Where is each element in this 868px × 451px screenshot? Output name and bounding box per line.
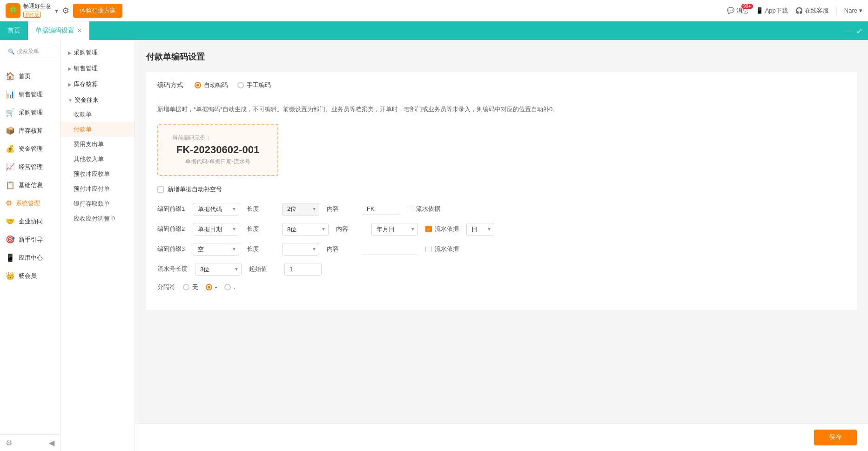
- prefix3-length-select[interactable]: [282, 243, 319, 256]
- prefix1-select[interactable]: 单据代码: [193, 203, 239, 215]
- sub-nav-item-expense[interactable]: 费用支出单: [61, 137, 135, 152]
- system-icon: ⚙: [6, 199, 12, 208]
- auto-fill-checkbox[interactable]: [157, 186, 164, 193]
- radio-manual-label: 手工编码: [247, 81, 271, 89]
- start-value-input[interactable]: [284, 263, 322, 276]
- sub-nav-item-receipt[interactable]: 收款单: [61, 107, 135, 122]
- prefix3-flow-checkbox[interactable]: [425, 246, 432, 252]
- logo-tag: 插件版: [23, 12, 41, 18]
- separator-dash-radio: [206, 284, 212, 290]
- sub-nav-group-purchase-title[interactable]: ▶ 采购管理: [61, 46, 135, 60]
- user-dropdown-icon: ▾: [859, 7, 862, 14]
- sub-nav-item-prepay-receipt-label: 预收冲应收单: [74, 170, 110, 177]
- prefix2-unit-select[interactable]: 日: [466, 223, 494, 236]
- guide-icon: 🎯: [6, 235, 15, 244]
- industry-button[interactable]: 体验行业方案: [73, 4, 122, 18]
- header-settings-btn[interactable]: ⚙: [62, 6, 69, 16]
- tab-home[interactable]: 首页: [0, 21, 28, 40]
- serial-row: 流水号长度 3位 起始值: [157, 263, 846, 276]
- radio-manual[interactable]: 手工编码: [237, 81, 271, 89]
- sub-nav-group-sales-title[interactable]: ▶ 销售管理: [61, 61, 135, 75]
- enterprise-icon: 🤝: [6, 217, 15, 226]
- tab-encoding[interactable]: 单据编码设置 ✕: [28, 21, 89, 40]
- sub-nav-item-prepay-payment[interactable]: 预付冲应付单: [61, 182, 135, 196]
- sidebar-item-member[interactable]: 👑 畅会员: [0, 267, 60, 285]
- radio-auto[interactable]: 自动编码: [195, 81, 228, 89]
- online-service-item[interactable]: 🎧 在线客服: [795, 7, 829, 15]
- sub-nav-item-payment[interactable]: 付款单: [61, 122, 135, 137]
- sub-nav-item-other-income[interactable]: 其他收入单: [61, 152, 135, 167]
- auto-fill-label: 新增单据自动补空号: [168, 185, 222, 194]
- prefix3-content-label: 内容: [327, 245, 355, 253]
- tab-close-icon[interactable]: ✕: [77, 27, 82, 34]
- sub-nav-item-receivable-adj[interactable]: 应收应付调整单: [61, 211, 135, 226]
- sidebar-item-operations[interactable]: 📈 经营管理: [0, 158, 60, 176]
- sidebar-item-inventory[interactable]: 📦 库存核算: [0, 121, 60, 140]
- prefix1-length-label: 长度: [247, 205, 275, 213]
- collapse-icon: ◀: [49, 439, 54, 447]
- sidebar-item-system[interactable]: ⚙ 系统管理: [0, 194, 60, 212]
- sidebar-item-label-system: 系统管理: [16, 199, 40, 208]
- prefix2-select[interactable]: 单据日期: [193, 223, 239, 236]
- sub-nav-item-prepay-receipt[interactable]: 预收冲应收单: [61, 167, 135, 182]
- app-download-item[interactable]: 📱 App下载: [756, 7, 788, 15]
- sidebar-search-label: 搜索菜单: [17, 47, 39, 55]
- prefix2-content-wrapper: 年月日: [371, 223, 418, 236]
- prefix1-row: 编码前缀1 单据代码 长度 内容 流水依据: [157, 203, 846, 215]
- prefix2-flow-checkbox[interactable]: ✓: [425, 226, 432, 232]
- hint-text: 新增单据时，*单据编码*自动生成，不可编辑。前缀设置为部门、业务员等档案类，开单…: [157, 105, 846, 114]
- sidebar-item-basic[interactable]: 📋 基础信息: [0, 176, 60, 194]
- logo-name: 畅通好生意: [23, 3, 51, 10]
- prefix2-content-select[interactable]: 年月日: [371, 223, 418, 236]
- sidebar-item-apps[interactable]: 📱 应用中心: [0, 249, 60, 267]
- home-icon: 🏠: [6, 72, 15, 81]
- encoding-type-label: 编码方式: [157, 81, 183, 89]
- arrow-right-icon: ▶: [68, 50, 72, 55]
- prefix1-label: 编码前缀1: [157, 205, 185, 213]
- separator-dot[interactable]: .: [224, 283, 236, 290]
- sidebar-search-btn[interactable]: 🔍 搜索菜单: [4, 45, 56, 58]
- sidebar-settings-btn[interactable]: ⚙: [6, 438, 12, 447]
- separator-dot-radio: [224, 284, 231, 290]
- sidebar-item-home[interactable]: 🏠 首页: [0, 67, 60, 85]
- sidebar-item-sales[interactable]: 📊 销售管理: [0, 85, 60, 103]
- prefix3-content-input: [362, 243, 418, 255]
- prefix1-flow-checkbox[interactable]: [407, 206, 413, 212]
- sidebar-item-enterprise[interactable]: 🤝 企业协同: [0, 212, 60, 230]
- sidebar-item-label-basic: 基础信息: [19, 181, 43, 189]
- logo-area: 🍀 畅通好生意 插件版: [6, 3, 51, 19]
- tab-expand-btn[interactable]: ⤢: [856, 27, 862, 35]
- prefix1-select-wrapper: 单据代码: [193, 203, 239, 215]
- sidebar-item-guide[interactable]: 🎯 新手引导: [0, 230, 60, 249]
- sidebar-item-label-member: 畅会员: [19, 272, 37, 280]
- sub-nav-item-bank-deposit[interactable]: 银行存取款单: [61, 196, 135, 211]
- user-item[interactable]: Nare ▾: [844, 7, 862, 14]
- sidebar-item-finance[interactable]: 💰 资金管理: [0, 140, 60, 158]
- separator-none-label: 无: [192, 283, 198, 291]
- sidebar-item-purchase[interactable]: 🛒 采购管理: [0, 103, 60, 121]
- sub-nav-item-prepay-payment-label: 预付冲应付单: [74, 185, 110, 192]
- prefix2-label: 编码前缀2: [157, 225, 185, 233]
- header-dropdown-btn[interactable]: ▾: [55, 7, 58, 14]
- tab-encoding-label: 单据编码设置: [35, 27, 74, 35]
- tab-minimize-btn[interactable]: —: [845, 27, 853, 35]
- separator-none[interactable]: 无: [183, 283, 198, 291]
- separator-dash[interactable]: -: [206, 283, 217, 290]
- sidebar-collapse-btn[interactable]: ◀: [49, 438, 54, 447]
- prefix2-length-select[interactable]: 8位: [282, 223, 329, 236]
- serial-select[interactable]: 3位: [195, 263, 242, 276]
- arrow-down-icon: ▼: [68, 98, 73, 103]
- message-item[interactable]: 💬 消息 99+: [727, 7, 748, 15]
- auto-fill-row: 新增单据自动补空号: [157, 185, 846, 194]
- save-button[interactable]: 保存: [814, 430, 857, 445]
- prefix3-select[interactable]: 空: [193, 243, 239, 256]
- sub-nav-group-inventory: ▶ 库存核算: [61, 77, 135, 91]
- sub-nav-group-purchase: ▶ 采购管理: [61, 46, 135, 60]
- prefix3-length-label: 长度: [247, 245, 275, 253]
- sub-nav-group-inventory-title[interactable]: ▶ 库存核算: [61, 77, 135, 91]
- divider: [836, 6, 837, 15]
- prefix1-flow-row: 流水依据: [407, 205, 440, 213]
- sidebar-search-area: 🔍 搜索菜单: [0, 40, 60, 63]
- separator-row: 分隔符 无 -: [157, 283, 846, 291]
- sub-nav-group-finance-title[interactable]: ▼ 资金往来: [61, 93, 135, 107]
